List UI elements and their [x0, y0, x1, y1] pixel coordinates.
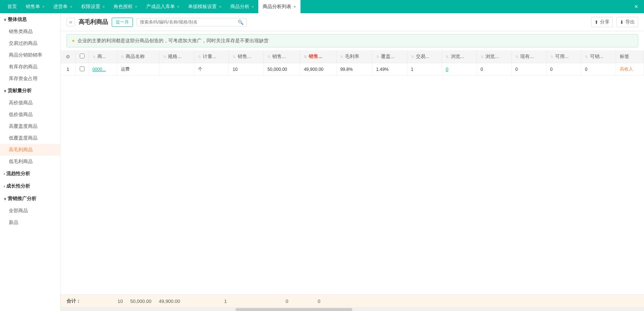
sort-icon-name[interactable]: ⇅ [121, 55, 124, 59]
col-gross-rate: ⇅ 毛利率 [337, 50, 373, 63]
sidebar-item-in-stock-goods[interactable]: 有库存的商品 [0, 61, 60, 73]
row-checkbox[interactable] [80, 66, 84, 71]
horizontal-scrollbar[interactable] [61, 307, 644, 311]
section-header-overall[interactable]: ∨ 整体信息 [0, 13, 60, 26]
section-header-trend[interactable]: › 流趋性分析 [0, 167, 60, 180]
col-transaction: ⇅ 交易... [407, 50, 442, 63]
col-spec: ⇅ 规格... [159, 50, 194, 63]
row-browse1[interactable]: 0 [442, 63, 477, 76]
sort-icon-sales1[interactable]: ⇅ [233, 55, 235, 59]
row-checkbox-cell [75, 63, 89, 76]
sidebar-item-high-coverage[interactable]: 高覆盖度商品 [0, 120, 60, 132]
table-container[interactable]: ⚙ ⇅ 商... ⇅ 商品名称 [61, 50, 644, 294]
close-purchase-tab[interactable]: × [70, 4, 72, 9]
col-stock3: ⇅ 可销... [581, 50, 616, 63]
sidebar: ∨ 整体信息 销售类商品 交易过的商品 商品分销助销率 有库存的商品 库存资金占… [0, 13, 61, 311]
footer-sales3: 49,900.00 [159, 299, 180, 304]
nav-sales[interactable]: 销售单 × [21, 0, 49, 13]
col-stock2: ⇅ 可用... [546, 50, 581, 63]
sidebar-item-distribution-rate[interactable]: 商品分销助销率 [0, 49, 60, 61]
section-header-contribution[interactable]: ∨ 贡献量分析 [0, 84, 60, 97]
close-product-analysis-tab[interactable]: × [252, 4, 254, 9]
sidebar-item-traded-goods[interactable]: 交易过的商品 [0, 37, 60, 49]
sidebar-item-stock-capital[interactable]: 库存资金占用 [0, 73, 60, 84]
col-code: ⇅ 商... [89, 50, 117, 63]
sort-icon-browse1[interactable]: ⇅ [446, 55, 449, 59]
table-row: 1 0000... 运费 个 10 50,000.00 49,900.00 99… [61, 63, 644, 76]
scrollbar-thumb[interactable] [235, 308, 352, 311]
close-role-tab[interactable]: × [135, 4, 137, 9]
sidebar-item-low-value[interactable]: 低价值商品 [0, 109, 60, 120]
section-header-growth[interactable]: › 成长性分析 [0, 180, 60, 192]
row-code[interactable]: 0000... [89, 63, 117, 76]
footer-sales1: 10 [118, 299, 123, 304]
section-header-marketing[interactable]: ∨ 营销推广分析 [0, 192, 60, 205]
select-all-checkbox[interactable] [80, 54, 84, 58]
content-area: « 高毛利商品 近一月 🔍 ⬆ 分享 ⬇ 导出 ✦ 企业的主要的利润都是这部分商… [61, 13, 644, 311]
export-icon: ⬇ [620, 19, 624, 25]
nav-purchase[interactable]: 进货单 × [49, 0, 76, 13]
sort-icon-code[interactable]: ⇅ [93, 55, 96, 59]
row-gross-rate: 99.8% [337, 63, 373, 76]
row-tag: 高收入 [616, 63, 644, 76]
sidebar-item-all-goods[interactable]: 全部商品 [0, 205, 60, 217]
search-box: 🔍 [137, 18, 247, 26]
sort-icon-stock2[interactable]: ⇅ [550, 55, 553, 59]
window-close-button[interactable]: × [631, 3, 641, 11]
row-stock3: 0 [581, 63, 616, 76]
sort-icon-browse2[interactable]: ⇅ [481, 55, 483, 59]
row-sales1: 10 [229, 63, 264, 76]
footer-stock1: 0 [285, 299, 288, 304]
nav-role[interactable]: 角色授权 × [109, 0, 141, 13]
nav-template[interactable]: 单据模板设置 × [184, 0, 226, 13]
row-name: 运费 [117, 63, 159, 76]
sort-icon-stock1[interactable]: ⇅ [515, 55, 518, 59]
sort-icon-sales2[interactable]: ⇅ [267, 55, 270, 59]
close-sales-tab[interactable]: × [42, 4, 44, 9]
arrow-trend: › [4, 172, 5, 176]
arrow-marketing: ∨ [4, 197, 6, 201]
export-button[interactable]: ⬇ 导出 [616, 17, 638, 27]
row-stock2: 0 [546, 63, 581, 76]
footer-transaction: 1 [224, 299, 227, 304]
nav-home[interactable]: 首页 [3, 0, 21, 13]
arrow-growth: › [4, 184, 5, 188]
close-template-tab[interactable]: × [219, 4, 221, 9]
col-num: ⚙ [61, 50, 75, 63]
filter-period-button[interactable]: 近一月 [112, 18, 133, 27]
sort-icon-transaction[interactable]: ⇅ [411, 55, 414, 59]
nav-permission[interactable]: 权限设置 × [77, 0, 109, 13]
row-sales3: 49,900.00 [300, 63, 337, 76]
nav-product-analysis-list[interactable]: 商品分析列表 × [258, 0, 300, 13]
sort-icon-spec[interactable]: ⇅ [163, 55, 166, 59]
row-spec [159, 63, 194, 76]
sort-icon-sales3[interactable]: ⇅ [304, 55, 307, 59]
arrow-overall: ∨ [4, 18, 6, 22]
nav-product-analysis[interactable]: 商品分析 × [226, 0, 258, 13]
search-input[interactable] [140, 19, 238, 25]
sort-icon-coverage[interactable]: ⇅ [376, 55, 379, 59]
nav-product-inbound[interactable]: 产成品入库单 × [142, 0, 184, 13]
sort-icon-unit[interactable]: ⇅ [198, 55, 201, 59]
sort-icon-gross-rate[interactable]: ⇅ [340, 55, 343, 59]
col-sales2: ⇅ 销售... [264, 50, 300, 63]
row-stock1: 0 [511, 63, 546, 76]
sidebar-item-low-coverage[interactable]: 低覆盖度商品 [0, 132, 60, 144]
sidebar-item-new-goods[interactable]: 新品 [0, 217, 60, 228]
close-product-analysis-list-tab[interactable]: × [294, 4, 296, 9]
sort-icon-stock3[interactable]: ⇅ [585, 55, 588, 59]
sidebar-item-sales-goods[interactable]: 销售类商品 [0, 26, 60, 37]
close-product-inbound-tab[interactable]: × [177, 4, 179, 9]
sidebar-item-low-margin[interactable]: 低毛利商品 [0, 156, 60, 167]
sidebar-item-high-value[interactable]: 高价值商品 [0, 97, 60, 109]
col-coverage: ⇅ 覆盖... [372, 50, 407, 63]
collapse-sidebar-button[interactable]: « [66, 18, 75, 26]
sidebar-item-high-margin[interactable]: 高毛利商品 [0, 144, 60, 156]
share-button[interactable]: ⬆ 分享 [591, 17, 613, 27]
col-stock1: ⇅ 现有... [511, 50, 546, 63]
search-icon[interactable]: 🔍 [238, 19, 244, 25]
info-banner: ✦ 企业的主要的利润都是这部分商品创造的，可考虑加大推广，同时关注库存是不要出现… [66, 34, 638, 47]
arrow-contribution: ∨ [4, 89, 6, 93]
close-permission-tab[interactable]: × [102, 4, 105, 9]
column-settings-icon[interactable]: ⚙ [66, 54, 70, 59]
